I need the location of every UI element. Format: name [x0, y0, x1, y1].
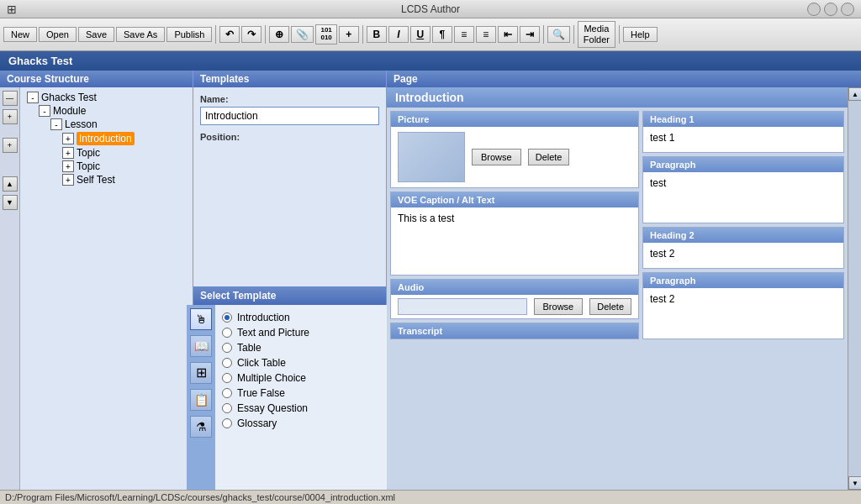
radio-circle-click-table[interactable] — [222, 358, 232, 368]
radio-true-false[interactable]: True False — [222, 386, 386, 401]
page-content-area: Picture Browse Delete VOE Caption / — [387, 108, 848, 490]
tree-item-selftest[interactable]: + Self Test — [62, 173, 189, 186]
italic-button[interactable]: I — [388, 26, 409, 43]
toolbar-separator-4 — [543, 25, 544, 44]
radio-table[interactable]: Table — [222, 340, 386, 355]
voe-caption-body[interactable]: This is a test — [391, 207, 638, 275]
paragraph1-section: Paragraph test — [642, 156, 844, 223]
audio-delete-button[interactable]: Delete — [589, 298, 631, 315]
radio-circle-essay-question[interactable] — [222, 403, 232, 413]
publish-button[interactable]: Publish — [166, 27, 212, 42]
tree-expander-ghacks[interactable]: - — [27, 92, 39, 103]
tree-item-ghacks[interactable]: - Ghacks Test — [27, 91, 189, 104]
search-button[interactable]: 🔍 — [547, 26, 570, 43]
radio-multiple-choice[interactable]: Multiple Choice — [222, 370, 386, 386]
list-unordered-button[interactable]: ≡ — [454, 26, 474, 43]
close-button[interactable] — [841, 3, 854, 16]
new-button[interactable]: New — [3, 27, 37, 42]
expand-all-button[interactable]: + — [3, 109, 18, 124]
audio-browse-button[interactable]: Browse — [534, 298, 584, 315]
save-as-button[interactable]: Save As — [116, 27, 165, 42]
move-down-button[interactable]: ▼ — [3, 195, 18, 210]
tree-expander-introduction[interactable]: + — [62, 133, 74, 144]
tree-item-topic2[interactable]: + Topic — [62, 160, 189, 173]
voe-caption-header: VOE Caption / Alt Text — [391, 192, 638, 207]
picture-inner: Browse Delete — [391, 127, 638, 187]
attach-button[interactable]: 📎 — [291, 26, 314, 43]
paragraph-button[interactable]: ¶ — [432, 26, 452, 43]
template-icon-book[interactable]: 📖 — [190, 335, 212, 357]
page-title-bar: Introduction — [387, 87, 848, 108]
toolbar-separator-5 — [573, 25, 574, 44]
paragraph2-body[interactable]: test 2 — [643, 288, 843, 339]
scroll-track — [848, 101, 861, 476]
transcript-section: Transcript — [390, 323, 639, 339]
scroll-up-arrow[interactable]: ▲ — [848, 87, 861, 101]
outdent-button[interactable]: ⇤ — [498, 26, 518, 43]
scroll-down-arrow[interactable]: ▼ — [848, 476, 861, 490]
heading2-body[interactable]: test 2 — [643, 243, 843, 268]
redo-button[interactable]: ↷ — [241, 26, 261, 43]
radio-glossary[interactable]: Glossary — [222, 416, 386, 431]
maximize-button[interactable] — [824, 3, 837, 16]
radio-essay-question[interactable]: Essay Question — [222, 401, 386, 416]
underline-button[interactable]: U — [410, 26, 430, 43]
insert-button[interactable]: + — [339, 26, 359, 43]
template-icon-mouse[interactable]: 🖱 — [190, 308, 212, 330]
save-button[interactable]: Save — [78, 27, 114, 42]
list-ordered-button[interactable]: ≡ — [476, 26, 496, 43]
indent-button[interactable]: ⇥ — [520, 26, 540, 43]
collapse-all-button[interactable]: — — [3, 91, 18, 106]
template-icons-bar: 🖱 📖 ⊞ 📋 ⚗ — [187, 305, 215, 491]
paragraph1-body[interactable]: test — [643, 172, 843, 223]
picture-delete-button[interactable]: Delete — [528, 149, 570, 165]
code-button[interactable]: 101010 — [315, 24, 336, 45]
heading2-section: Heading 2 test 2 — [642, 227, 844, 269]
radio-circle-true-false[interactable] — [222, 388, 232, 398]
status-bar: D:/Program Files/Microsoft/Learning/LCDS… — [0, 490, 861, 504]
template-icon-list[interactable]: 📋 — [190, 389, 212, 411]
media-folder-button[interactable]: Media Folder — [578, 21, 615, 48]
page-scrollable: Introduction Picture Browse — [387, 87, 848, 490]
template-radio-list: Introduction Text and Picture Table Clic… — [215, 305, 393, 491]
name-input[interactable] — [200, 107, 379, 125]
picture-browse-button[interactable]: Browse — [472, 149, 521, 165]
tree-expander-module[interactable]: - — [39, 105, 50, 117]
template-list-container: 🖱 📖 ⊞ 📋 ⚗ Introduction Text and Picture … — [187, 305, 393, 491]
radio-circle-introduction[interactable] — [222, 312, 232, 323]
project-title: Ghacks Test — [8, 55, 72, 67]
bold-button[interactable]: B — [367, 26, 387, 43]
status-text: D:/Program Files/Microsoft/Learning/LCDS… — [5, 492, 395, 502]
radio-circle-glossary[interactable] — [222, 418, 232, 428]
help-button[interactable]: Help — [623, 27, 658, 42]
templates-panel: Templates Name: Position: Select Templat… — [193, 71, 387, 490]
radio-circle-text-and-picture[interactable] — [222, 328, 232, 338]
tree-item-introduction[interactable]: + Introduction — [62, 131, 189, 146]
tree-item-lesson[interactable]: - Lesson — [50, 118, 189, 131]
audio-header: Audio — [391, 280, 638, 295]
picture-placeholder — [398, 132, 465, 182]
radio-introduction[interactable]: Introduction — [222, 310, 386, 325]
tree-expander-selftest[interactable]: + — [62, 174, 74, 186]
audio-inner: Browse Delete — [391, 295, 638, 318]
heading1-body[interactable]: test 1 — [643, 127, 843, 152]
undo-button[interactable]: ↶ — [219, 26, 240, 43]
minimize-button[interactable] — [807, 3, 821, 16]
open-button[interactable]: Open — [39, 27, 77, 42]
tree-expander-topic2[interactable]: + — [62, 160, 74, 172]
radio-click-table[interactable]: Click Table — [222, 355, 386, 370]
add-item-button[interactable]: + — [3, 138, 18, 153]
radio-circle-multiple-choice[interactable] — [222, 373, 232, 383]
tree-expander-topic1[interactable]: + — [62, 147, 74, 159]
template-icon-flask[interactable]: ⚗ — [190, 416, 212, 438]
move-up-button[interactable]: ▲ — [3, 176, 18, 192]
template-icon-grid[interactable]: ⊞ — [190, 362, 212, 384]
tree-expander-lesson[interactable]: - — [50, 118, 62, 130]
heading1-section: Heading 1 test 1 — [642, 111, 844, 153]
tree-item-module[interactable]: - Module — [39, 104, 189, 118]
tree-item-topic1[interactable]: + Topic — [62, 146, 189, 160]
radio-circle-table[interactable] — [222, 343, 232, 353]
link-button[interactable]: ⊕ — [269, 26, 289, 43]
toolbar-separator-6 — [619, 25, 620, 44]
radio-text-and-picture[interactable]: Text and Picture — [222, 325, 386, 340]
